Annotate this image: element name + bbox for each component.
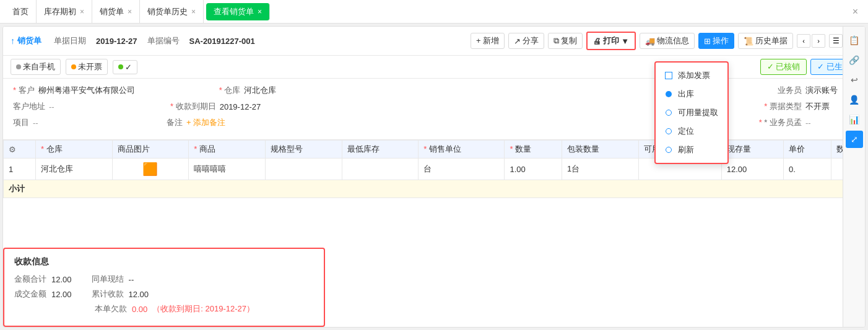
row-pack-qty: 1台 <box>562 158 639 180</box>
refresh-icon <box>664 145 673 154</box>
tab-view-sales-close[interactable]: × <box>258 7 262 16</box>
doc-type-icon: ↑ <box>11 36 15 46</box>
sidebar-icon-back[interactable]: ↩ <box>846 71 863 89</box>
sidebar-icon-link[interactable]: 🔗 <box>846 51 863 69</box>
address-field: 客户地址 -- <box>13 101 98 112</box>
main-content: ↑ 销货单 单据日期 2019-12-27 单据编号 SA-20191227-0… <box>2 26 866 328</box>
document-type: ↑ 销货单 <box>11 35 41 46</box>
row-image: 🟧 <box>112 158 189 180</box>
col-warehouse: 仓库 <box>35 141 112 158</box>
voided-button[interactable]: ✓ 已核销 <box>760 59 807 75</box>
dropdown-ship-out[interactable]: 出库 <box>656 85 727 103</box>
balance-note: （收款到期日: 2019-12-27） <box>152 303 254 315</box>
number-label: 单据编号 <box>147 35 180 46</box>
dropdown-add-invoice[interactable]: 添加发票 <box>656 66 727 85</box>
cumulative-field: 累计收款 12.00 <box>92 289 149 300</box>
print-button[interactable]: 🖨 打印 ▼ <box>588 33 634 48</box>
number-value: SA-20191227-001 <box>189 37 255 46</box>
balance-field: 本单欠款 0.00 （收款到期日: 2019-12-27） <box>95 303 254 315</box>
sidebar-icon-doc[interactable]: 📋 <box>846 32 863 49</box>
col-unit-price: 单价 <box>784 141 831 158</box>
tab-sales[interactable]: 销货单 × <box>92 0 140 24</box>
add-note-label: + 添加备注 <box>186 117 225 128</box>
dropdown-refresh[interactable]: 刷新 <box>656 141 727 159</box>
row-spec <box>265 158 342 180</box>
ship-out-label: 出库 <box>678 89 694 100</box>
share-label: 分享 <box>523 35 539 46</box>
dropdown-locate[interactable]: 定位 <box>656 122 727 141</box>
tab-sales-history-close[interactable]: × <box>191 7 196 16</box>
toolbar-right: + 新增 ↗ 分享 ⧉ 复制 🖨 打印 ▼ <box>471 32 857 50</box>
from-phone-label: 来自手机 <box>23 61 55 72</box>
tab-view-sales-label: 查看销货单 <box>214 6 254 17</box>
col-settings[interactable]: ⚙ <box>4 141 36 158</box>
info-row-3: 本单欠款 0.00 （收款到期日: 2019-12-27） <box>14 303 314 315</box>
available-qty-label: 可用量提取 <box>678 107 718 118</box>
print-highlight-box: 🖨 打印 ▼ <box>586 32 636 50</box>
row-min-stock <box>342 158 419 180</box>
row-index: 1 <box>4 158 36 180</box>
tab-sales-close[interactable]: × <box>128 7 132 16</box>
operate-button[interactable]: ⊞ 操作 <box>698 33 734 49</box>
sidebar-icon-chart[interactable]: 📊 <box>846 111 863 128</box>
new-label: + 新增 <box>476 35 499 46</box>
date-value: 2019-12-27 <box>96 37 137 46</box>
copy-button[interactable]: ⧉ 复制 <box>548 33 583 49</box>
history-button[interactable]: 📜 历史单据 <box>738 33 793 49</box>
row-quantity: 1.00 <box>505 158 562 180</box>
new-button[interactable]: + 新增 <box>471 33 505 49</box>
operate-label: 操作 <box>713 35 729 46</box>
payment-date-value: 2019-12-27 <box>220 102 269 111</box>
dropdown-available-qty[interactable]: 可用量提取 <box>656 103 727 122</box>
refresh-label: 刷新 <box>678 144 694 155</box>
document-meta: 单据日期 2019-12-27 单据编号 SA-20191227-001 <box>54 35 471 46</box>
warehouse-label: 仓库 <box>219 85 241 96</box>
share-button[interactable]: ↗ 分享 <box>508 33 544 49</box>
sidebar-icon-expand[interactable]: ⤢ <box>846 131 863 148</box>
info-row-1: 金额合计 12.00 同单现结 -- <box>14 274 314 285</box>
check-button[interactable]: ✓ <box>113 60 137 74</box>
sidebar-icon-user[interactable]: 👤 <box>846 91 863 108</box>
window-close[interactable]: × <box>848 6 863 17</box>
from-phone-button[interactable]: 来自手机 <box>11 59 61 75</box>
form-row-1: 客户 柳州粤港平安气体有限公司 仓库 河北仓库 业务员 演示账号 <box>13 85 855 96</box>
tab-bar: 首页 库存期初 × 销货单 × 销货单历史 × 查看销货单 × × <box>0 0 868 24</box>
available-qty-icon <box>664 108 673 117</box>
tab-inventory[interactable]: 库存期初 × <box>37 0 92 24</box>
salesperson-label: 业务员 <box>778 85 802 96</box>
print-arrow: ▼ <box>621 37 629 46</box>
payment-title: 收款信息 <box>14 256 314 267</box>
col-product: 商品 <box>189 141 266 158</box>
locate-label: 定位 <box>678 126 694 137</box>
tab-sales-history[interactable]: 销货单历史 × <box>140 0 204 24</box>
add-note-button[interactable]: + 添加备注 <box>186 117 225 128</box>
print-icon: 🖨 <box>593 37 601 46</box>
tab-home[interactable]: 首页 <box>5 0 37 24</box>
deal-amount-field: 成交金额 12.00 <box>14 289 72 300</box>
row-current-stock: 12.00 <box>721 158 783 180</box>
form-row-3: 项目 -- 备注 + 添加备注 * 业务员孟 -- <box>13 117 855 128</box>
tab-inventory-close[interactable]: × <box>80 7 84 16</box>
payment-date-field: 收款到期日 2019-12-27 <box>170 101 269 112</box>
same-order-label: 同单现结 <box>92 274 124 285</box>
col-spec: 规格型号 <box>265 141 342 158</box>
salesperson2-label: * 业务员孟 <box>759 117 802 128</box>
ticket-label: 票据类型 <box>764 101 802 112</box>
salesperson2-field: * 业务员孟 -- <box>759 117 855 128</box>
history-icon: 📜 <box>744 37 753 46</box>
tab-view-sales[interactable]: 查看销货单 × <box>206 3 270 20</box>
add-invoice-label: 添加发票 <box>678 70 710 81</box>
nav-prev[interactable]: ‹ <box>797 34 810 48</box>
view-list[interactable]: ☰ <box>829 34 843 48</box>
nav-next[interactable]: › <box>812 34 825 48</box>
col-min-stock: 最低库存 <box>342 141 419 158</box>
tab-sales-history-label: 销货单历史 <box>147 6 188 17</box>
right-sidebar: 📋 🔗 ↩ 👤 📊 ⤢ <box>843 27 865 327</box>
project-label: 项目 <box>13 117 29 128</box>
history-label: 历史单据 <box>755 35 788 46</box>
product-image-icon: 🟧 <box>142 162 158 176</box>
logistics-button[interactable]: 🚚 物流信息 <box>640 33 695 49</box>
col-unit: 销售单位 <box>419 141 505 158</box>
not-open-button[interactable]: 未开票 <box>66 59 108 75</box>
logistics-icon: 🚚 <box>645 37 655 46</box>
